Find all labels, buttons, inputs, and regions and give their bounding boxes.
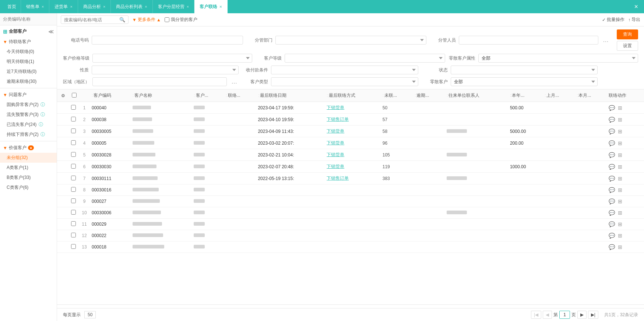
next-page-button[interactable]: ▶ [577, 311, 587, 319]
col-not-contacted[interactable]: :未联... [380, 89, 412, 102]
payment-select[interactable] [271, 66, 418, 74]
horizontal-scrollbar[interactable] [57, 304, 644, 308]
sidebar-item-overdue-pending[interactable]: 逾期未联络(30) [0, 77, 57, 87]
row-select-checkbox[interactable] [71, 198, 76, 203]
chat-icon[interactable]: 💬 [609, 164, 615, 170]
row-last-contact-method[interactable]: 下销售订单 [324, 173, 380, 184]
col-contact[interactable]: :联络... [224, 89, 256, 102]
row-select-checkbox[interactable] [71, 152, 76, 157]
first-page-button[interactable]: |◀ [531, 311, 541, 319]
sidebar-item-7day-pending[interactable]: 近7天待联络(0) [0, 67, 57, 77]
grid-icon[interactable]: ⊞ [618, 233, 622, 239]
retail-customer-select[interactable]: 全部 [451, 77, 598, 86]
tab-purchase-close[interactable]: × [70, 4, 72, 9]
region-more-icon[interactable]: … [230, 78, 239, 85]
col-last-contact-method[interactable]: :最后联络方式 [324, 89, 380, 102]
select-all-checkbox[interactable] [72, 93, 77, 98]
grid-icon[interactable]: ⊞ [618, 105, 622, 111]
row-checkbox[interactable] [69, 114, 79, 126]
row-checkbox[interactable] [69, 102, 79, 114]
grid-icon[interactable]: ⊞ [618, 210, 622, 216]
status-select[interactable] [451, 66, 598, 74]
row-select-checkbox[interactable] [71, 105, 76, 110]
grid-icon[interactable]: ⊞ [618, 198, 622, 204]
chat-icon[interactable]: 💬 [609, 244, 615, 250]
row-last-contact-method[interactable]: 下销货单 [324, 161, 380, 173]
col-settings[interactable]: ⚙ [57, 89, 69, 102]
sidebar-item-ungroup[interactable]: 未分组(32) [0, 153, 57, 163]
customer-level-select[interactable] [285, 54, 445, 63]
tab-product-analysis-close[interactable]: × [103, 4, 105, 9]
query-button[interactable]: 查询 [617, 29, 638, 39]
chat-icon[interactable]: 💬 [609, 210, 615, 216]
tab-sales[interactable]: 销售单 × [21, 0, 49, 13]
row-last-contact-method[interactable]: 下销货单 [324, 149, 380, 161]
col-code[interactable]: :客户编码 [89, 89, 130, 102]
current-page[interactable]: 1 [559, 311, 570, 319]
sidebar-item-declining[interactable]: 持续下滑客户(2) ⓘ [0, 130, 57, 140]
col-checkbox[interactable] [69, 89, 79, 102]
sidebar-item-abnormal[interactable]: 固购异常客户(2) ⓘ [0, 100, 57, 110]
tab-customer-segment[interactable]: 客户分层经营 × [153, 0, 194, 13]
row-checkbox[interactable] [69, 161, 79, 173]
sidebar-item-class-c[interactable]: C类客户(6) [0, 183, 57, 193]
col-this-year[interactable]: :本年... [508, 89, 542, 102]
tab-product-analysis-list[interactable]: 商品分析列表 × [111, 0, 152, 13]
grid-icon[interactable]: ⊞ [618, 164, 622, 170]
chat-icon[interactable]: 💬 [609, 233, 615, 239]
tab-product-analysis[interactable]: 商品分析 × [78, 0, 111, 13]
export-button[interactable]: ↑ 导出 [628, 17, 640, 23]
more-conditions-button[interactable]: ▼ 更多条件 ▲ [132, 17, 161, 23]
row-checkbox[interactable] [69, 207, 79, 219]
row-checkbox[interactable] [69, 219, 79, 230]
col-unit-contact[interactable]: :往来单位联系人 [444, 89, 508, 102]
nature-select[interactable] [92, 66, 239, 74]
chat-icon[interactable]: 💬 [609, 140, 615, 146]
grid-icon[interactable]: ⊞ [618, 117, 622, 123]
chat-icon[interactable]: 💬 [609, 176, 615, 181]
sidebar-collapse-icon[interactable]: ≪ [48, 29, 54, 35]
tab-home[interactable]: 首页 [3, 0, 21, 13]
sidebar-item-churn-warning[interactable]: 流失预警客户(3) ⓘ [0, 110, 57, 120]
tab-purchase[interactable]: 进货单 × [49, 0, 78, 13]
row-checkbox[interactable] [69, 196, 79, 207]
sidebar-item-class-b[interactable]: B类客户(33) [0, 173, 57, 183]
chat-icon[interactable]: 💬 [609, 187, 615, 193]
row-checkbox[interactable] [69, 184, 79, 196]
tab-customer-contact[interactable]: 客户联络 × [194, 0, 227, 13]
row-checkbox[interactable] [69, 126, 79, 137]
sidebar-item-tomorrow-pending[interactable]: 明天待联络(1) [0, 57, 57, 67]
grid-icon[interactable]: ⊞ [618, 140, 622, 146]
problem-customers-group[interactable]: ▼ 问题客户 [0, 90, 57, 100]
row-last-contact-method[interactable]: 下销货单 [324, 126, 380, 137]
chat-icon[interactable]: 💬 [609, 117, 615, 123]
row-checkbox[interactable] [69, 230, 79, 241]
chat-icon[interactable]: 💬 [609, 198, 615, 204]
region-input[interactable] [92, 77, 227, 86]
row-select-checkbox[interactable] [71, 210, 76, 215]
filter-search-input[interactable] [64, 17, 119, 22]
row-select-checkbox[interactable] [71, 140, 76, 145]
close-window-button[interactable]: × [631, 3, 641, 11]
row-last-contact-method[interactable]: 下销货单 [324, 102, 380, 114]
phone-input[interactable] [92, 36, 243, 45]
batch-operation-button[interactable]: ✓ 批量操作 [602, 17, 624, 23]
my-customers-check[interactable] [165, 17, 169, 22]
row-select-checkbox[interactable] [71, 176, 76, 180]
col-last-month[interactable]: :上月... [542, 89, 574, 102]
dept-select[interactable] [275, 36, 427, 45]
row-select-checkbox[interactable] [71, 117, 76, 121]
row-last-contact-method[interactable]: 下销售订单 [324, 114, 380, 126]
price-level-select[interactable] [92, 54, 252, 63]
grid-icon[interactable]: ⊞ [618, 152, 622, 158]
retail-attr-select[interactable]: 全部 [478, 54, 638, 63]
manager-more-icon[interactable]: … [601, 37, 610, 43]
tab-customer-segment-close[interactable]: × [187, 4, 189, 9]
sidebar-item-churned[interactable]: 已流失客户(24) ⓘ [0, 120, 57, 130]
grid-icon[interactable]: ⊞ [618, 244, 622, 250]
row-checkbox[interactable] [69, 241, 79, 253]
tab-sales-close[interactable]: × [42, 4, 44, 9]
col-this-month[interactable]: :本月... [574, 89, 606, 102]
grid-icon[interactable]: ⊞ [618, 176, 622, 181]
row-select-checkbox[interactable] [71, 128, 76, 133]
